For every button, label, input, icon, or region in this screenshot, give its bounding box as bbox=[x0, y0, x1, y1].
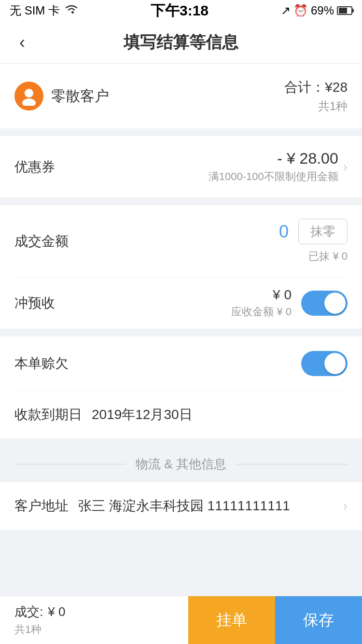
location-icon: ↗ bbox=[281, 4, 291, 17]
status-time: 下午3:18 bbox=[151, 1, 209, 21]
bottom-deal-row: 成交: ¥ 0 bbox=[14, 603, 174, 620]
bottom-bar: 成交: ¥ 0 共1种 挂单 保存 bbox=[0, 596, 362, 644]
header-line-left bbox=[14, 464, 126, 464]
deal-amount-label: 成交金额 bbox=[14, 232, 69, 251]
logistics-label: 物流 & 其他信息 bbox=[126, 456, 236, 473]
prepay-label: 冲预收 bbox=[14, 294, 55, 312]
bottom-summary: 成交: ¥ 0 共1种 bbox=[0, 596, 188, 644]
address-content: 客户地址 张三 海淀永丰科技园 11111111111 bbox=[14, 497, 338, 515]
hold-button-label: 挂单 bbox=[216, 610, 247, 631]
toggle-circle bbox=[324, 293, 346, 314]
wifi-icon bbox=[65, 4, 78, 17]
discount-desc: 满1000-100不限制使用金额 bbox=[209, 169, 338, 184]
prepay-toggle[interactable] bbox=[301, 291, 348, 316]
customer-name: 零散客户 bbox=[51, 86, 109, 106]
duedate-row[interactable]: 收款到期日 2019年12月30日 bbox=[0, 391, 362, 438]
battery-icon bbox=[337, 6, 352, 15]
status-left: 无 SIM 卡 bbox=[10, 3, 78, 18]
amount-section: 成交金额 0 抹零 已抹 ¥ 0 冲预收 ¥ 0 应收金额 ¥ 0 bbox=[0, 205, 362, 329]
customer-section: 零散客户 合计：¥28 共1种 bbox=[0, 64, 362, 128]
prepay-sub-amount: 应收金额 ¥ 0 bbox=[231, 305, 292, 319]
total-count: 共1种 bbox=[284, 98, 348, 114]
debt-toggle[interactable] bbox=[301, 351, 348, 376]
address-chevron-icon: › bbox=[343, 498, 348, 514]
duedate-label: 收款到期日 bbox=[14, 406, 82, 424]
debt-label: 本单赊欠 bbox=[14, 354, 69, 373]
debt-section: 本单赊欠 收款到期日 2019年12月30日 bbox=[0, 336, 362, 438]
prepay-row: 冲预收 ¥ 0 应收金额 ¥ 0 bbox=[0, 278, 362, 329]
address-section[interactable]: 客户地址 张三 海淀永丰科技园 11111111111 › bbox=[0, 482, 362, 530]
svg-point-0 bbox=[25, 89, 33, 98]
back-button[interactable]: ‹ bbox=[14, 28, 30, 57]
hold-button[interactable]: 挂单 bbox=[188, 596, 275, 644]
already-rounded: 已抹 ¥ 0 bbox=[308, 249, 348, 264]
customer-left: 零散客户 bbox=[14, 82, 109, 111]
logistics-header: 物流 & 其他信息 bbox=[0, 446, 362, 482]
content: 零散客户 合计：¥28 共1种 优惠券 - ¥ 28.00 满1000-100不… bbox=[0, 64, 362, 578]
chevron-right-icon: › bbox=[343, 159, 348, 175]
bottom-deal-amount: ¥ 0 bbox=[48, 604, 65, 619]
svg-point-1 bbox=[22, 98, 36, 106]
bottom-count: 共1种 bbox=[14, 622, 174, 637]
page-title: 填写结算等信息 bbox=[124, 31, 238, 54]
nav-bar: ‹ 填写结算等信息 bbox=[0, 21, 362, 64]
address-value: 张三 海淀永丰科技园 11111111111 bbox=[78, 497, 290, 515]
round-button[interactable]: 抹零 bbox=[298, 219, 348, 244]
battery-percent: 69% bbox=[311, 4, 334, 17]
alarm-icon: ⏰ bbox=[293, 4, 308, 17]
prepay-amounts: ¥ 0 应收金额 ¥ 0 bbox=[231, 287, 292, 319]
duedate-value: 2019年12月30日 bbox=[92, 406, 193, 424]
address-label: 客户地址 bbox=[14, 497, 69, 515]
no-sim-label: 无 SIM 卡 bbox=[10, 3, 60, 18]
customer-row: 零散客户 合计：¥28 共1种 bbox=[0, 64, 362, 128]
deal-amount-value: 0 bbox=[279, 222, 289, 242]
save-button-label: 保存 bbox=[303, 610, 334, 631]
prepay-main-amount: ¥ 0 bbox=[231, 287, 292, 303]
coupon-section[interactable]: 优惠券 - ¥ 28.00 满1000-100不限制使用金额 › bbox=[0, 136, 362, 197]
debt-toggle-circle bbox=[324, 353, 346, 374]
bottom-deal-label: 成交: bbox=[14, 603, 43, 620]
status-bar: 无 SIM 卡 下午3:18 ↗ ⏰ 69% bbox=[0, 0, 362, 21]
coupon-label: 优惠券 bbox=[14, 158, 55, 176]
coupon-value: - ¥ 28.00 满1000-100不限制使用金额 bbox=[209, 150, 338, 184]
deal-amount-row: 成交金额 0 抹零 已抹 ¥ 0 bbox=[0, 205, 362, 277]
save-button[interactable]: 保存 bbox=[275, 596, 362, 644]
coupon-row[interactable]: 优惠券 - ¥ 28.00 满1000-100不限制使用金额 › bbox=[0, 136, 362, 197]
status-right: ↗ ⏰ 69% bbox=[281, 4, 352, 17]
customer-total: 合计：¥28 共1种 bbox=[284, 78, 348, 114]
total-amount: 合计：¥28 bbox=[284, 78, 348, 97]
amount-value-wrap: 0 抹零 bbox=[279, 219, 348, 244]
prepay-right: ¥ 0 应收金额 ¥ 0 bbox=[231, 287, 348, 319]
debt-row: 本单赊欠 bbox=[0, 336, 362, 391]
avatar bbox=[14, 82, 43, 111]
header-line-right bbox=[236, 464, 348, 464]
discount-amount: - ¥ 28.00 bbox=[277, 150, 338, 168]
